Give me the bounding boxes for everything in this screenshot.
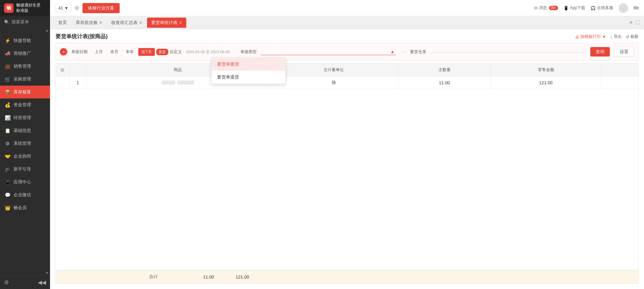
sidebar-scroll-up[interactable]: ▲ [45, 28, 49, 32]
app-logo: 畅 [4, 3, 14, 13]
dropdown-item-return-goods[interactable]: 要货单退货 [212, 71, 285, 84]
settings-btn[interactable]: 设置 [614, 47, 634, 57]
industry-btn[interactable]: 体验行业方案 [82, 3, 120, 13]
warehouse-input[interactable] [430, 51, 586, 53]
sidebar-item-sales[interactable]: 💼 销售管理 [0, 60, 50, 73]
date-btn-custom[interactable]: 自定义 [170, 49, 182, 55]
sidebar-nav: ⚡ 快捷导航 📣 营销推广 💼 销售管理 🛒 采购管理 📦 库存核算 💰 资金管… [0, 33, 50, 270]
page-content: 要货单统计表(按商品) 🖨 按模板打印 ▼ ↓ 导出 ↺ 刷新 [50, 29, 644, 289]
footer-quantity: 11.00 [192, 274, 225, 280]
date-btn-this-month[interactable]: 本月 [107, 48, 121, 56]
sidebar-item-purchase[interactable]: 🛒 采购管理 [0, 73, 50, 86]
sidebar-scroll-down[interactable]: ▼ [45, 271, 49, 275]
page-header: 要货单统计表(按商品) 🖨 按模板打印 ▼ ↓ 导出 ↺ 刷新 [50, 29, 644, 43]
sidebar-item-system[interactable]: ⚙ 系统管理 [0, 137, 50, 150]
th-unit[interactable]: 主计量单位 [269, 64, 398, 76]
system-icon: ⚙ [4, 141, 11, 146]
filter-bar: » 单据日期 上月 本月 本年 近7天 更多 自定义 2023-05-06 至 … [55, 43, 639, 61]
footer-label: 合计 [90, 274, 165, 280]
type-label: 单据类型 [240, 49, 257, 55]
sidebar-item-basic-info[interactable]: 📋 基础信息 [0, 124, 50, 137]
headset-icon: 🎧 [591, 6, 596, 10]
footer-settings-icon[interactable]: ⚙ [4, 279, 9, 286]
chevron-down-icon: ▼ [64, 6, 68, 10]
tab-inventory-batch-label: 库存批次账 [76, 20, 98, 26]
export-icon: ↓ [610, 35, 612, 39]
sidebar-item-enterprise[interactable]: 🤝 企业协同 [0, 150, 50, 163]
date-btn-last-month[interactable]: 上月 [92, 48, 106, 56]
sidebar-item-marketing[interactable]: 📣 营销推广 [0, 47, 50, 60]
tab-order-stats-close[interactable]: ✕ [179, 20, 182, 25]
query-btn[interactable]: 查询 [590, 47, 610, 57]
date-btn-more[interactable]: 更多 [156, 49, 168, 55]
th-quantity[interactable]: 主数量 [398, 64, 491, 76]
tab-order-stats[interactable]: 要货单统计表 ✕ [147, 18, 186, 28]
tab-close-all-icon[interactable]: ✕ [629, 20, 633, 25]
footer-collapse-icon[interactable]: ◀◀ [38, 279, 46, 286]
filter-more-icon[interactable]: ··· [401, 49, 406, 55]
row-unit: 块 [269, 76, 398, 89]
sidebar: 畅 畅捷通好生意 标准版 🔍 搜索菜单 ▲ ⚡ 快捷导航 📣 营销推广 💼 销售… [0, 0, 50, 289]
tab-home[interactable]: 首页 [54, 18, 71, 28]
tab-stock-summary-close[interactable]: ✕ [139, 20, 142, 25]
type-select[interactable]: ▲ [261, 48, 396, 55]
th-index [69, 64, 86, 76]
sidebar-item-guide[interactable]: 🎓 新手引导 [0, 163, 50, 176]
page-actions: 🖨 按模板打印 ▼ ↓ 导出 ↺ 刷新 [575, 34, 639, 40]
main-area: 41 ▼ ⚙ 体验行业方案 ✉ 消息 99+ 📱 App下载 🎧 在线客服 Ri… [50, 0, 644, 289]
row-quantity: 11.00 [398, 76, 491, 89]
print-icon: 🖨 [575, 35, 579, 39]
message-icon: ✉ [534, 6, 538, 10]
inventory-icon: 📦 [4, 89, 11, 95]
operations-icon: 📊 [4, 115, 11, 120]
date-btn-7days[interactable]: 近7天 [138, 48, 155, 56]
purchase-icon: 🛒 [4, 76, 11, 82]
topbar-gear-icon[interactable]: ⚙ [75, 5, 79, 11]
th-extra [601, 64, 638, 76]
product-placeholder-2 [177, 81, 194, 85]
topbar-right: ✉ 消息 99+ 📱 App下载 🎧 在线客服 Rit [534, 3, 639, 13]
filter-expand-btn[interactable]: » [60, 48, 67, 55]
refresh-btn[interactable]: ↺ 刷新 [626, 34, 639, 40]
tab-inventory-batch[interactable]: 库存批次账 ✕ [72, 18, 106, 28]
product-placeholder-1 [162, 81, 175, 85]
phone-icon: 📱 [564, 6, 569, 10]
th-settings: ⚙ [56, 64, 69, 76]
warehouse-label: 要货仓库 [410, 49, 426, 55]
tab-expand-icon[interactable]: ⛶ [636, 20, 640, 25]
col-settings-icon[interactable]: ⚙ [60, 67, 65, 73]
footer-amount: 121.00 [225, 274, 259, 280]
sidebar-item-operations[interactable]: 📊 经营管理 [0, 111, 50, 124]
user-name-text: Rit [634, 6, 639, 10]
sidebar-header: 畅 畅捷通好生意 标准版 [0, 0, 50, 16]
date-btn-this-year[interactable]: 本年 [123, 48, 137, 56]
sidebar-item-vip[interactable]: 👑 畅会员 [0, 201, 50, 214]
sales-icon: 💼 [4, 64, 11, 69]
basic-info-icon: 📋 [4, 128, 11, 133]
dropdown-item-order-goods[interactable]: 要货单要货 [212, 58, 285, 71]
refresh-icon: ↺ [626, 35, 629, 39]
row-extra [601, 76, 638, 89]
sidebar-item-wechat[interactable]: 💬 企业微信 [0, 188, 50, 201]
online-service-btn[interactable]: 🎧 在线客服 [591, 5, 613, 11]
sidebar-search[interactable]: 🔍 搜索菜单 [0, 16, 50, 28]
date-label: 单据日期 [71, 49, 88, 55]
th-amount[interactable]: 零售金额 [491, 64, 601, 76]
sidebar-item-app-center[interactable]: 📱 应用中心 [0, 176, 50, 188]
sidebar-item-quick-nav[interactable]: ⚡ 快捷导航 [0, 34, 50, 47]
marketing-icon: 📣 [4, 51, 11, 56]
print-btn[interactable]: 🖨 按模板打印 ▼ [575, 34, 606, 40]
company-selector[interactable]: 41 ▼ [55, 4, 71, 12]
sidebar-item-finance[interactable]: 💰 资金管理 [0, 98, 50, 111]
print-dropdown-icon: ▼ [602, 35, 606, 39]
tab-inventory-batch-close[interactable]: ✕ [99, 20, 102, 25]
app-download-btn[interactable]: 📱 App下载 [564, 5, 585, 11]
export-btn[interactable]: ↓ 导出 [610, 34, 622, 40]
guide-icon: 🎓 [4, 166, 11, 172]
tab-stock-summary[interactable]: 收发存汇总表 ✕ [107, 18, 146, 28]
sidebar-item-inventory[interactable]: 📦 库存核算 [0, 86, 50, 98]
message-badge: 99+ [549, 6, 558, 10]
user-avatar[interactable] [619, 3, 628, 13]
tab-home-label: 首页 [58, 20, 67, 26]
messages-btn[interactable]: ✉ 消息 99+ [534, 5, 558, 11]
